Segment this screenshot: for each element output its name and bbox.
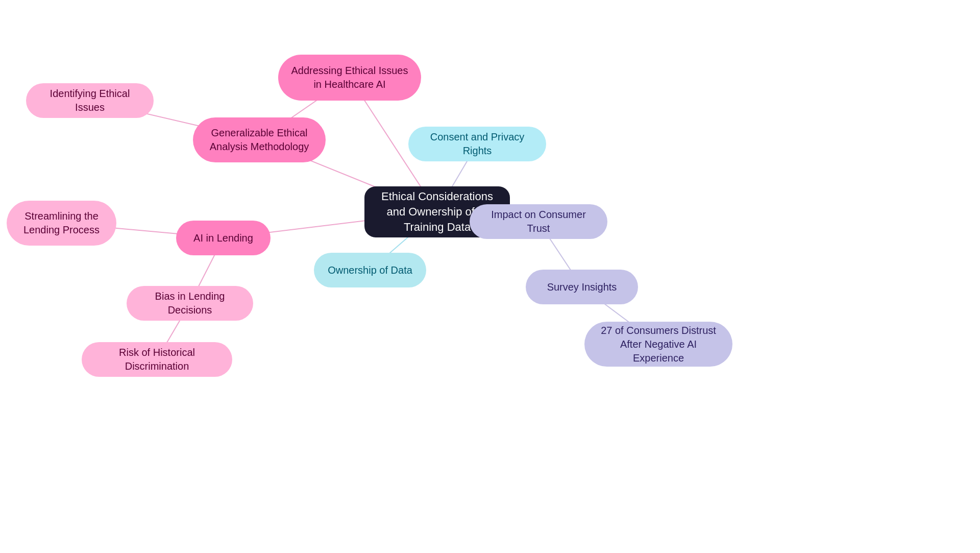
node-bias-lending[interactable]: Bias in Lending Decisions [127,286,253,321]
node-ownership-data[interactable]: Ownership of Data [314,253,426,287]
node-consent-privacy[interactable]: Consent and Privacy Rights [408,127,546,161]
mindmap-canvas [0,0,980,553]
node-streamlining[interactable]: Streamlining the Lending Process [7,201,116,246]
node-consumers-distrust[interactable]: 27 of Consumers Distrust After Negative … [584,322,732,367]
node-generalizable[interactable]: Generalizable Ethical Analysis Methodolo… [193,117,326,162]
node-impact-consumer[interactable]: Impact on Consumer Trust [470,204,607,239]
node-survey-insights[interactable]: Survey Insights [526,270,638,304]
node-identifying-ethical[interactable]: Identifying Ethical Issues [26,83,154,118]
node-historical-discrimination[interactable]: Risk of Historical Discrimination [82,342,232,377]
node-addressing-ethical[interactable]: Addressing Ethical Issues in Healthcare … [278,55,421,101]
node-ai-lending[interactable]: AI in Lending [176,221,271,255]
